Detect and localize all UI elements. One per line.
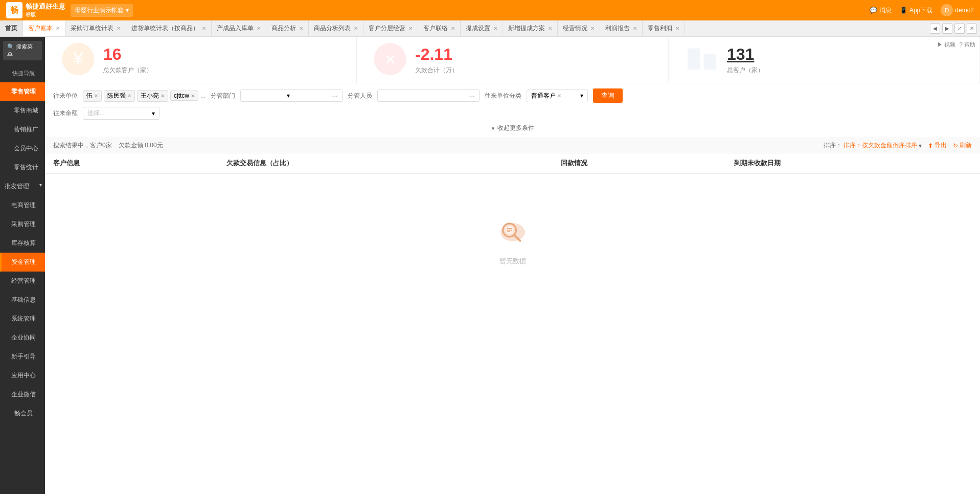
sidebar-item-finance[interactable]: 资金管理 xyxy=(0,253,45,272)
close-tab-commission-settings[interactable]: ✕ xyxy=(493,26,497,31)
stat-bg-icon-1: ¥ xyxy=(60,41,96,79)
tab-next-btn[interactable]: ▶ xyxy=(942,24,952,34)
sidebar-item-quick-nav[interactable]: 快捷导航 xyxy=(0,64,45,82)
close-tab-add-commission[interactable]: ✕ xyxy=(548,26,552,31)
chevron-down-icon: ▾ xyxy=(287,92,290,99)
close-tab-purchase-stats[interactable]: ✕ xyxy=(202,26,206,31)
collapse-btn[interactable]: ∧ 收起更多条件 xyxy=(491,124,534,132)
remove-unit-category[interactable]: ✕ xyxy=(557,93,561,99)
app-download-btn[interactable]: 📱 App下载 xyxy=(900,6,932,15)
tab-operations[interactable]: 经营情况 ✕ xyxy=(558,20,600,37)
stat-total-customers-label: 总欠款客户（家） xyxy=(103,66,152,75)
tab-customer-contact[interactable]: 客户联络 ✕ xyxy=(418,20,461,37)
close-tab-goods-analysis-list[interactable]: ✕ xyxy=(354,26,358,31)
sidebar-item-marketing[interactable]: 营销推广 xyxy=(0,120,45,139)
main-layout: 🔍 搜索菜单 快捷导航 零售管理 零售商城 营销推广 会员中心 零售统计 批发管… xyxy=(0,37,980,494)
data-table: 客户信息 欠款交易信息（占比） 回款情况 到期未收款日期 xyxy=(45,153,980,302)
sidebar-item-retail[interactable]: 零售管理 xyxy=(0,82,45,101)
svg-text:✕: ✕ xyxy=(384,52,396,68)
filter-row-1: 往来单位 伍 ✕ 陈民强 ✕ 王小亮 ✕ cjttcw xyxy=(53,88,972,103)
query-button[interactable]: 查询 xyxy=(593,88,623,103)
sidebar-search-box[interactable]: 🔍 搜索菜单 xyxy=(3,41,42,60)
tab-add-commission[interactable]: 新增提成方案 ✕ xyxy=(503,20,558,37)
dept-dots[interactable]: ··· xyxy=(332,92,338,100)
tab-purchase-order[interactable]: 采购订单统计表 ✕ xyxy=(65,20,126,37)
tab-customer-segment[interactable]: 客户分层经营 ✕ xyxy=(363,20,418,37)
table-header: 客户信息 欠款交易信息（占比） 回款情况 到期未收款日期 xyxy=(45,153,980,173)
sidebar-item-enterprise-coop[interactable]: 企业协同 xyxy=(0,328,45,347)
balance-select[interactable]: 选择... ▾ xyxy=(83,107,159,120)
stat-total-clients: 131 总客户（家） ▶ 视频 ? 帮助 xyxy=(668,37,980,83)
tab-purchase-stats[interactable]: 进货单统计表（按商品） ✕ xyxy=(126,20,212,37)
tab-controls: ◀ ▶ ⤢ ✕ xyxy=(927,24,980,34)
filter-tag-3: cjttcw ✕ xyxy=(170,91,198,101)
unit-category-select[interactable]: 普通客户 ✕ ▾ xyxy=(527,89,588,102)
sidebar-item-basic-info[interactable]: 基础信息 xyxy=(0,290,45,309)
sidebar-item-operations-mgmt[interactable]: 经营管理 xyxy=(0,272,45,290)
close-tab-cost-in[interactable]: ✕ xyxy=(257,26,261,31)
refresh-btn[interactable]: ↻ 刷新 xyxy=(953,141,972,150)
close-tab-retail-profit[interactable]: ✕ xyxy=(675,26,679,31)
tab-profit-report[interactable]: 利润报告 ✕ xyxy=(600,20,643,37)
sidebar-item-purchase[interactable]: 采购管理 xyxy=(0,215,45,234)
chevron-down-icon: ▾ xyxy=(919,142,922,149)
filter-more-btn[interactable]: ... xyxy=(200,92,206,99)
filter-tag-0: 伍 ✕ xyxy=(83,90,102,102)
tab-goods-analysis[interactable]: 商品分析 ✕ xyxy=(266,20,309,37)
close-tab-customer-ledger[interactable]: ✕ xyxy=(56,26,60,31)
sidebar-item-system-mgmt[interactable]: 系统管理 xyxy=(0,309,45,328)
close-tab-operations[interactable]: ✕ xyxy=(590,26,595,31)
stat-total-clients-value: 131 xyxy=(727,45,764,64)
remove-tag-0[interactable]: ✕ xyxy=(94,93,98,99)
sidebar-item-ecommerce[interactable]: 电商管理 xyxy=(0,196,45,215)
sidebar-item-app-center[interactable]: 应用中心 xyxy=(0,366,45,385)
message-btn[interactable]: 💬 消息 xyxy=(870,6,892,15)
stat-total-debt-label: 欠款合计（万） xyxy=(415,66,458,75)
stat-1-content: 16 总欠款客户（家） xyxy=(103,45,152,75)
stat-3-content: 131 总客户（家） xyxy=(727,45,764,75)
tab-goods-analysis-list[interactable]: 商品分析列表 ✕ xyxy=(309,20,363,37)
help-link[interactable]: ? 帮助 xyxy=(960,41,975,49)
tab-prev-btn[interactable]: ◀ xyxy=(930,24,940,34)
close-tab-profit-report[interactable]: ✕ xyxy=(633,26,637,31)
sidebar-item-member-vip[interactable]: 畅会员 xyxy=(0,404,45,423)
tab-commission-settings[interactable]: 提成设置 ✕ xyxy=(461,20,503,37)
chevron-down-icon: ▾ xyxy=(126,7,129,14)
dept-select[interactable]: ▾ ··· xyxy=(240,89,343,102)
person-label: 分管人员 xyxy=(348,92,372,100)
close-tab-goods-analysis[interactable]: ✕ xyxy=(299,26,303,31)
tab-cost-in[interactable]: 产成品入库单 ✕ xyxy=(212,20,266,37)
sidebar-item-retail-mall[interactable]: 零售商城 xyxy=(0,101,45,120)
download-icon: 📱 xyxy=(900,7,907,14)
video-link[interactable]: ▶ 视频 xyxy=(937,41,955,49)
person-dots[interactable]: ··· xyxy=(469,92,475,100)
logo-icon: 畅 xyxy=(6,2,22,18)
sidebar-item-enterprise-wechat[interactable]: 企业微信 xyxy=(0,385,45,404)
sidebar-item-wholesale[interactable]: 批发管理▾ xyxy=(0,177,45,196)
remove-tag-3[interactable]: ✕ xyxy=(191,93,195,99)
close-tab-purchase-order[interactable]: ✕ xyxy=(117,26,121,31)
sort-select[interactable]: 排序： 排序：按欠款金额倒序排序 ▾ xyxy=(824,141,922,150)
tab-retail-profit[interactable]: 零售利润 ✕ xyxy=(643,20,685,37)
sidebar-item-new-guide[interactable]: 新手引导 xyxy=(0,347,45,366)
stats-header: ¥ 16 总欠款客户（家） ✕ -2.11 欠款合计（万） xyxy=(45,37,980,83)
sidebar-item-inventory[interactable]: 库存核算 xyxy=(0,234,45,253)
empty-state-cell: 暂无数据 xyxy=(45,173,980,302)
sidebar-item-member[interactable]: 会员中心 xyxy=(0,139,45,158)
content-area: ¥ 16 总欠款客户（家） ✕ -2.11 欠款合计（万） xyxy=(45,37,980,494)
export-btn[interactable]: ⬆ 导出 xyxy=(928,141,947,150)
person-select[interactable]: ··· xyxy=(377,89,480,102)
remove-tag-1[interactable]: ✕ xyxy=(127,93,131,99)
company-selector[interactable]: 母婴行业演示帐套 ▾ xyxy=(71,4,133,17)
sidebar-item-retail-stats[interactable]: 零售统计 xyxy=(0,158,45,177)
tab-home[interactable]: 首页 xyxy=(0,20,23,37)
sidebar-search-area: 🔍 搜索菜单 xyxy=(0,37,45,64)
export-icon: ⬆ xyxy=(928,142,933,149)
close-tab-customer-segment[interactable]: ✕ xyxy=(408,26,413,31)
tab-close-all-btn[interactable]: ✕ xyxy=(967,24,977,34)
close-tab-customer-contact[interactable]: ✕ xyxy=(451,26,455,31)
tab-customer-ledger[interactable]: 客户账本 ✕ xyxy=(23,20,65,37)
tab-maximize-btn[interactable]: ⤢ xyxy=(954,24,965,34)
remove-tag-2[interactable]: ✕ xyxy=(161,93,165,99)
user-menu[interactable]: D demo2 xyxy=(941,4,974,16)
